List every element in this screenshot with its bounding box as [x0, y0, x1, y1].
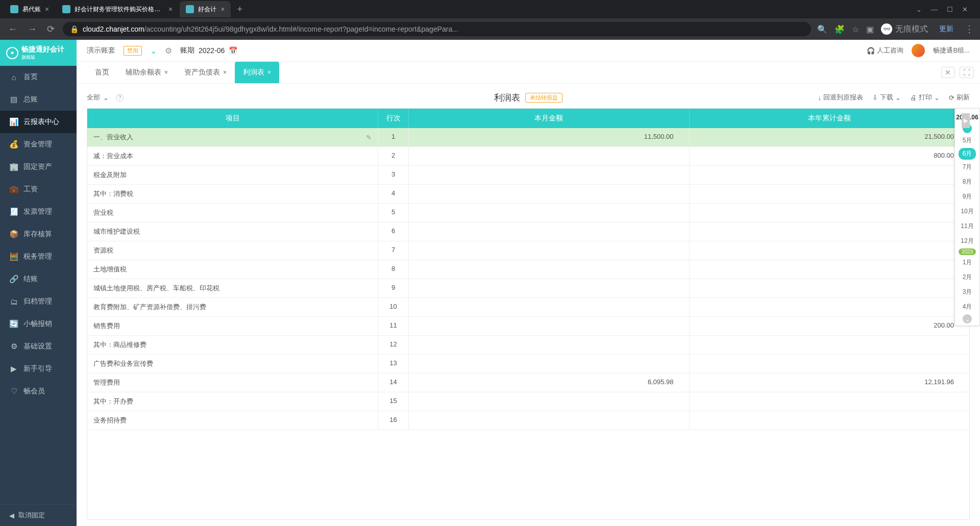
table-row[interactable]: 一、营业收入✎ 1 11,500.00 21,500.00: [87, 128, 969, 147]
scroll-right-button[interactable]: ▶: [962, 113, 970, 128]
table-row[interactable]: 其中：开办费 15: [87, 392, 969, 411]
browser-tab-2[interactable]: 好会计 ×: [180, 1, 231, 17]
table-row[interactable]: 教育费附加、矿产资源补偿费、排污费 10: [87, 298, 969, 317]
sidebar-item-7[interactable]: 📦库存核算: [0, 223, 77, 245]
table-row[interactable]: 城市维护建设税 6: [87, 222, 969, 241]
menu-icon[interactable]: ⋮: [965, 23, 974, 35]
sidebar-item-13[interactable]: ▶新手引导: [0, 358, 77, 380]
user-name[interactable]: 畅捷通B组...: [933, 46, 970, 55]
sidebar-item-12[interactable]: ⚙基础设置: [0, 335, 77, 358]
table-row[interactable]: 销售费用 11 200.00: [87, 317, 969, 336]
bookmark-icon[interactable]: ▣: [866, 24, 874, 34]
sidebar-item-3[interactable]: 💰资金管理: [0, 133, 77, 156]
refresh-button[interactable]: ⟳ 刷新: [949, 93, 970, 102]
sidebar-item-5[interactable]: 💼工资: [0, 178, 77, 201]
sidebar-item-4[interactable]: 🏢固定资产: [0, 156, 77, 178]
close-icon[interactable]: ×: [168, 5, 173, 13]
month-item[interactable]: 3月: [960, 285, 975, 299]
page-tab-2[interactable]: 资产负债表×: [176, 62, 235, 83]
browser-tab-0[interactable]: 易代账 ×: [4, 1, 55, 17]
filter-label: 全部: [87, 93, 100, 102]
chevron-down-icon[interactable]: ⌄: [916, 6, 922, 13]
toolbar-actions: ↓ 回退到原报表 ⇩ 下载 ⌄ 🖨 打印 ⌄: [818, 93, 970, 102]
close-window-icon[interactable]: ✕: [962, 6, 968, 13]
sidebar-item-14[interactable]: ♡畅会员: [0, 380, 77, 403]
search-icon[interactable]: 🔍: [817, 24, 827, 34]
table-row[interactable]: 管理费用 14 6,095.98 12,191.96: [87, 373, 969, 392]
forward-button[interactable]: →: [26, 22, 39, 37]
sidebar-item-2[interactable]: 📊云报表中心: [0, 111, 77, 133]
window-controls: ⌄ — ☐ ✕: [916, 6, 976, 13]
app: ✦ 畅捷通好会计 旗舰版 ⌂首页▤总账📊云报表中心💰资金管理🏢固定资产💼工资🧾发…: [0, 40, 980, 526]
month-item[interactable]: 6月: [959, 148, 976, 160]
fullscreen-icon[interactable]: ⛶: [960, 67, 974, 78]
sidebar-icon: ⚙: [9, 342, 18, 351]
back-button[interactable]: ←: [6, 22, 19, 37]
help-icon[interactable]: ?: [116, 94, 124, 102]
close-icon[interactable]: ×: [45, 5, 49, 13]
month-item[interactable]: 1月: [960, 255, 975, 270]
month-item[interactable]: 8月: [960, 174, 975, 189]
avatar[interactable]: [912, 44, 925, 57]
table-row[interactable]: 其中：消费税 4: [87, 185, 969, 204]
update-button[interactable]: 更新: [935, 22, 958, 36]
account-name[interactable]: 演示账套: [87, 46, 115, 55]
page-tab-0[interactable]: 首页: [87, 62, 117, 83]
gear-icon[interactable]: ⚙: [165, 46, 172, 56]
close-icon[interactable]: ×: [164, 69, 168, 76]
close-tab-icon[interactable]: ✕: [941, 67, 954, 78]
sidebar-item-0[interactable]: ⌂首页: [0, 66, 77, 88]
revert-button[interactable]: ↓ 回退到原报表: [818, 93, 864, 102]
star-icon[interactable]: ☆: [852, 24, 859, 34]
sidebar-icon: ▶: [9, 364, 18, 373]
sidebar-icon: 🧮: [9, 252, 18, 261]
month-item[interactable]: 5月: [960, 133, 975, 148]
support-link[interactable]: 🎧 人工咨询: [867, 46, 903, 55]
table-row[interactable]: 减：营业成本 2 800.00: [87, 147, 969, 166]
sidebar-item-8[interactable]: 🧮税务管理: [0, 245, 77, 268]
edit-icon[interactable]: ✎: [366, 134, 372, 141]
calendar-icon[interactable]: 📅: [229, 46, 237, 55]
minimize-icon[interactable]: —: [931, 6, 938, 13]
browser-tab-1[interactable]: 好会计财务管理软件购买价格及… ×: [56, 1, 179, 17]
cell-item: 减：营业成本: [87, 147, 378, 165]
month-item[interactable]: 9月: [960, 189, 975, 204]
table-row[interactable]: 业务招待费 16: [87, 411, 969, 430]
month-item[interactable]: 7月: [960, 160, 975, 174]
table-row[interactable]: 营业税 5: [87, 204, 969, 222]
chevron-down-icon[interactable]: ⌄: [150, 46, 157, 56]
close-icon[interactable]: ×: [267, 69, 271, 76]
sidebar-unpin[interactable]: ◀ 取消固定: [0, 504, 77, 526]
disabled-badge: 禁用: [124, 46, 142, 56]
extension-icon[interactable]: 🧩: [835, 24, 845, 34]
scroll-down-icon[interactable]: ⌄: [963, 314, 972, 323]
table-row[interactable]: 广告费和业务宣传费 13: [87, 355, 969, 373]
page-tab-3[interactable]: 利润表×: [235, 62, 279, 83]
table-row[interactable]: 土地增值税 8: [87, 260, 969, 279]
table-row[interactable]: 税金及附加 3: [87, 166, 969, 185]
cell-item: 资源税: [87, 241, 378, 260]
url-bar[interactable]: 🔒 cloud2.chanjet.com/accounting/uh26t264…: [63, 22, 811, 36]
month-item[interactable]: 2月: [960, 270, 975, 285]
print-button[interactable]: 🖨 打印 ⌄: [910, 93, 940, 102]
table-row[interactable]: 其中：商品维修费 12: [87, 336, 969, 355]
page-tab-1[interactable]: 辅助余额表×: [117, 62, 176, 83]
month-item[interactable]: 11月: [958, 219, 976, 234]
close-icon[interactable]: ×: [220, 5, 225, 13]
sidebar-item-9[interactable]: 🔗结账: [0, 268, 77, 290]
month-item[interactable]: 4月: [960, 299, 975, 314]
new-tab-button[interactable]: +: [232, 2, 248, 17]
download-button[interactable]: ⇩ 下载 ⌄: [872, 93, 901, 102]
maximize-icon[interactable]: ☐: [947, 6, 953, 13]
reload-button[interactable]: ⟳: [45, 21, 57, 37]
close-icon[interactable]: ×: [223, 69, 227, 76]
sidebar-item-11[interactable]: 🔄小畅报销: [0, 313, 77, 335]
table-row[interactable]: 资源税 7: [87, 241, 969, 260]
sidebar-item-1[interactable]: ▤总账: [0, 88, 77, 111]
month-item[interactable]: 10月: [958, 204, 976, 219]
filter-dropdown[interactable]: 全部 ⌄ ?: [87, 93, 124, 102]
table-row[interactable]: 城镇土地使用税、房产税、车船税、印花税 9: [87, 279, 969, 298]
sidebar-item-6[interactable]: 🧾发票管理: [0, 201, 77, 223]
month-item[interactable]: 12月: [958, 234, 976, 248]
sidebar-item-10[interactable]: 🗂归档管理: [0, 290, 77, 313]
